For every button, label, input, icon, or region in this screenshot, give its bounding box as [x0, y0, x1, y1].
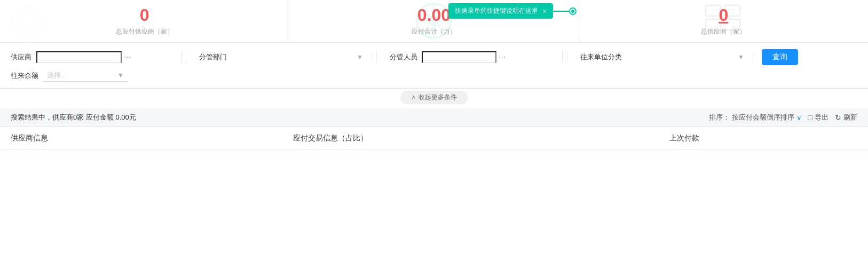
table-col-last-payment: 上次付款 — [669, 133, 857, 143]
result-actions: 排序： 按应付会额倒序排序 ∨ □ 导出 ↻ 刷新 — [709, 113, 857, 122]
filter-dept: 分管部门 ▼ — [191, 52, 372, 62]
collapse-button[interactable]: ∧ 收起更多条件 — [400, 91, 467, 104]
grid-bg-icon — [705, 4, 742, 31]
supplier-input[interactable] — [36, 51, 122, 63]
table-container: 供应商信息 应付交易信息（占比） 上次付款 — [0, 127, 868, 275]
person-dots-btn[interactable]: ··· — [499, 52, 506, 62]
svg-rect-10 — [706, 19, 721, 30]
filter-unit: 往来单位分类 ▼ — [572, 52, 753, 62]
diamond-bg-icon — [9, 3, 46, 40]
filter-bar: 供应商 ··· 分管部门 ▼ 分管人员 ··· 往来单位分类 ▼ — [0, 43, 868, 89]
result-info: 搜索结果中，供应商0家 应付金额 0.00元 — [11, 113, 136, 122]
refresh-label: 刷新 — [843, 113, 857, 122]
person-label: 分管人员 — [390, 52, 417, 62]
tooltip-text: 快速录单的快捷键说明在这里 — [455, 6, 538, 15]
sort-dropdown-icon: ∨ — [796, 114, 802, 122]
stat-total-payable-suppliers: 0 总应付供应商（家） — [0, 0, 289, 42]
tooltip-bubble: 快速录单的快捷键说明在这里 × — [448, 3, 553, 19]
search-button[interactable]: 查询 — [762, 49, 798, 65]
supplier-label: 供应商 — [11, 52, 32, 62]
divider-1 — [186, 52, 186, 62]
stats-bar: 0 总应付供应商（家） 快速录单的快捷键说明在这里 × 0.00 应付合计（万） — [0, 0, 868, 43]
unit-dropdown-icon: ▼ — [738, 53, 744, 61]
filter-row-2: 往来余额 选择... ▼ — [11, 69, 857, 85]
person-input[interactable] — [422, 51, 496, 63]
export-button[interactable]: □ 导出 — [808, 113, 828, 122]
tooltip-dot — [570, 9, 575, 14]
filter-person: 分管人员 ··· — [381, 51, 563, 63]
dept-label: 分管部门 — [199, 52, 227, 62]
dept-dropdown-icon: ▼ — [357, 53, 363, 61]
refresh-button[interactable]: ↻ 刷新 — [835, 113, 857, 122]
dept-select[interactable]: ▼ — [231, 53, 363, 61]
total-payable-number: 0 — [140, 6, 149, 25]
table-col-supplier-info: 供应商信息 — [11, 133, 293, 143]
total-payable-label: 总应付供应商（家） — [116, 27, 173, 36]
export-label: 导出 — [815, 113, 828, 122]
divider-3 — [567, 52, 567, 62]
export-icon: □ — [808, 113, 812, 122]
svg-rect-11 — [725, 19, 740, 30]
table-body — [0, 150, 868, 275]
svg-rect-8 — [706, 5, 721, 16]
divider-2 — [376, 52, 377, 62]
stat-total-suppliers: 0 总供应商（家） — [579, 0, 868, 42]
result-bar: 搜索结果中，供应商0家 应付金额 0.00元 排序： 按应付会额倒序排序 ∨ □… — [0, 108, 868, 127]
filter-balance: 往来余额 选择... ▼ — [11, 69, 128, 82]
balance-dropdown-icon: ▼ — [117, 72, 124, 79]
balance-label: 往来余额 — [11, 71, 38, 81]
filter-row-1: 供应商 ··· 分管部门 ▼ 分管人员 ··· 往来单位分类 ▼ — [11, 49, 857, 65]
table-header: 供应商信息 应付交易信息（占比） 上次付款 — [0, 127, 868, 150]
unit-label: 往来单位分类 — [580, 52, 622, 62]
sort-value: 按应付会额倒序排序 — [732, 113, 794, 122]
table-col-transaction-info: 应付交易信息（占比） — [293, 133, 669, 143]
filter-supplier: 供应商 ··· — [11, 51, 182, 63]
balance-placeholder: 选择... — [47, 70, 67, 80]
refresh-icon: ↻ — [835, 113, 841, 122]
collapse-bar: ∧ 收起更多条件 — [0, 89, 868, 108]
sort-label: 排序： — [709, 113, 730, 122]
supplier-dots-btn[interactable]: ··· — [124, 52, 131, 62]
tooltip-close-btn[interactable]: × — [542, 7, 547, 15]
sort-control[interactable]: 排序： 按应付会额倒序排序 ∨ — [709, 113, 802, 122]
balance-select[interactable]: 选择... ▼ — [43, 69, 128, 82]
svg-rect-9 — [725, 5, 740, 16]
unit-select[interactable]: ▼ — [626, 53, 744, 61]
stat-payable-total: 快速录单的快捷键说明在这里 × 0.00 应付合计（万） — [289, 0, 579, 42]
